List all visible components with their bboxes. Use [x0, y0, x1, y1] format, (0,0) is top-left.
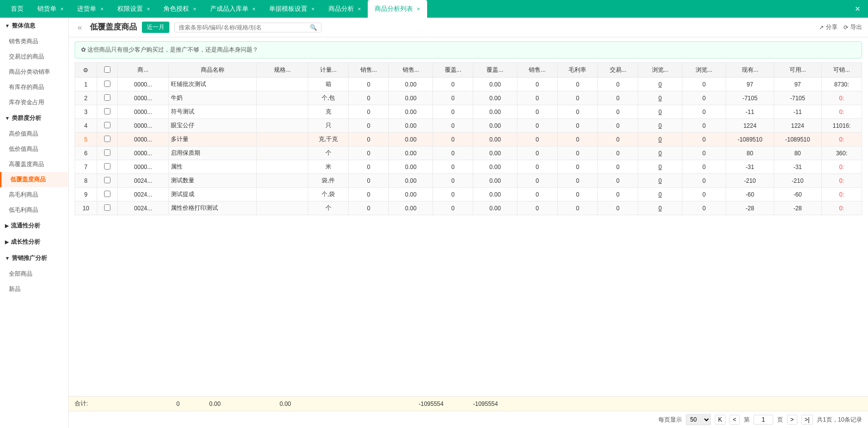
row-checkbox-cell[interactable]: [97, 91, 117, 105]
export-button[interactable]: ⟳ 导出: [843, 23, 862, 31]
row-checkbox-cell[interactable]: [97, 188, 117, 201]
transactions: 0: [598, 146, 638, 160]
nav-tab-product-in[interactable]: 产成品入库单 ×: [203, 0, 262, 18]
row-checkbox[interactable]: [104, 136, 110, 142]
product-spec: [257, 78, 308, 91]
sidebar-section-cluster[interactable]: ▼ 类群度分析: [0, 110, 68, 126]
close-icon[interactable]: ×: [60, 6, 63, 12]
row-checkbox[interactable]: [104, 163, 110, 170]
coverage1: 0: [433, 174, 473, 188]
row-checkbox-cell[interactable]: [97, 160, 117, 174]
sidebar-item-sale-products[interactable]: 销售类商品: [0, 34, 68, 49]
sidebar-section-growth[interactable]: ▶ 成长性分析: [0, 234, 68, 250]
per-page-select[interactable]: 50 20 100 200: [686, 414, 711, 425]
share-button[interactable]: ↗ 分享: [819, 23, 838, 31]
row-checkbox[interactable]: [104, 204, 110, 211]
browse1[interactable]: 0: [638, 105, 682, 119]
product-name[interactable]: 测试数量: [169, 174, 257, 188]
row-number: 1: [75, 78, 97, 91]
col-header-sale-amt: 销售...: [389, 63, 433, 78]
row-checkbox-cell[interactable]: [97, 78, 117, 91]
nav-tab-analysis-list[interactable]: 商品分析列表 ×: [368, 0, 427, 18]
row-checkbox-cell[interactable]: [97, 133, 117, 146]
browse1[interactable]: 0: [638, 146, 682, 160]
row-checkbox[interactable]: [104, 122, 110, 128]
first-page-button[interactable]: K: [715, 415, 726, 425]
table-row: 2 0000... 牛奶 个,包 0 0.00 0 0.00 0 0 0 0 0…: [75, 91, 862, 105]
row-checkbox[interactable]: [104, 191, 110, 197]
sidebar-item-all-products[interactable]: 全部商品: [0, 266, 68, 282]
nav-tab-permission[interactable]: 权限设置 ×: [110, 0, 157, 18]
row-checkbox-cell[interactable]: [97, 174, 117, 188]
row-checkbox-cell[interactable]: [97, 201, 117, 215]
nav-tab-role[interactable]: 角色授权 ×: [157, 0, 203, 18]
search-icon[interactable]: 🔍: [310, 24, 317, 31]
sidebar-section-liquidity[interactable]: ▶ 流通性分析: [0, 218, 68, 234]
close-icon[interactable]: ×: [252, 6, 255, 12]
sidebar-item-new-products[interactable]: 新品: [0, 282, 68, 297]
row-checkbox-cell[interactable]: [97, 146, 117, 160]
product-name[interactable]: 多计量: [169, 133, 257, 146]
product-name[interactable]: 牛奶: [169, 91, 257, 105]
select-all-checkbox[interactable]: [104, 66, 110, 73]
browse1[interactable]: 0: [638, 160, 682, 174]
product-code: 0000...: [117, 133, 169, 146]
prev-page-button[interactable]: <: [730, 415, 740, 425]
browse1[interactable]: 0: [638, 188, 682, 201]
settings-icon[interactable]: ⚙: [75, 63, 97, 78]
product-name[interactable]: 旺辅批次测试: [169, 78, 257, 91]
row-checkbox[interactable]: [104, 108, 110, 114]
sidebar-item-traded-products[interactable]: 交易过的商品: [0, 49, 68, 64]
close-all-button[interactable]: ×: [851, 4, 864, 14]
close-icon[interactable]: ×: [358, 6, 361, 12]
close-icon[interactable]: ×: [311, 6, 314, 12]
sidebar-item-high-margin[interactable]: 高毛利商品: [0, 187, 68, 202]
coverage1: 0: [433, 188, 473, 201]
collapse-button[interactable]: «: [75, 22, 85, 33]
browse1[interactable]: 0: [638, 119, 682, 133]
nav-tab-template[interactable]: 单据模板设置 ×: [262, 0, 321, 18]
sidebar-item-high-value[interactable]: 高价值商品: [0, 126, 68, 142]
nav-tab-purchase[interactable]: 进货单 ×: [70, 0, 110, 18]
nav-tab-home[interactable]: 首页: [4, 0, 30, 18]
row-checkbox[interactable]: [104, 94, 110, 101]
page-number-input[interactable]: [754, 415, 773, 425]
product-name[interactable]: 属性价格打印测试: [169, 201, 257, 215]
nav-tab-analysis[interactable]: 商品分析 ×: [322, 0, 368, 18]
sidebar-item-low-value[interactable]: 低价值商品: [0, 142, 68, 157]
browse1[interactable]: 0: [638, 174, 682, 188]
row-checkbox[interactable]: [104, 177, 110, 183]
select-all-header[interactable]: [97, 63, 117, 78]
browse1[interactable]: 0: [638, 78, 682, 91]
product-name[interactable]: 符号测试: [169, 105, 257, 119]
row-checkbox-cell[interactable]: [97, 119, 117, 133]
time-filter-button[interactable]: 近一月: [142, 22, 169, 33]
search-input[interactable]: [179, 24, 307, 31]
browse1[interactable]: 0: [638, 201, 682, 215]
close-icon[interactable]: ×: [417, 6, 420, 12]
product-name[interactable]: 属性: [169, 160, 257, 174]
sidebar-item-low-coverage[interactable]: 低覆盖度商品: [0, 172, 68, 187]
row-checkbox-cell[interactable]: [97, 105, 117, 119]
close-icon[interactable]: ×: [193, 6, 196, 12]
last-page-button[interactable]: >|: [801, 415, 813, 425]
product-code: 0000...: [117, 146, 169, 160]
sidebar-section-marketing[interactable]: ▼ 营销推广分析: [0, 250, 68, 266]
row-checkbox[interactable]: [104, 149, 110, 156]
close-icon[interactable]: ×: [147, 6, 150, 12]
sidebar-item-category-rate[interactable]: 商品分类动销率: [0, 64, 68, 80]
sidebar-item-low-margin[interactable]: 低毛利商品: [0, 202, 68, 218]
next-page-button[interactable]: >: [787, 415, 797, 425]
sidebar-section-overall[interactable]: ▼ 整体信息: [0, 18, 68, 34]
product-name[interactable]: 启用保质期: [169, 146, 257, 160]
row-checkbox[interactable]: [104, 81, 110, 87]
browse1[interactable]: 0: [638, 133, 682, 146]
nav-tab-sales[interactable]: 销货单 ×: [30, 0, 70, 18]
product-name[interactable]: 眼宝公仔: [169, 119, 257, 133]
sidebar-item-stock-capital[interactable]: 库存资金占用: [0, 95, 68, 110]
sidebar-item-stocked-products[interactable]: 有库存的商品: [0, 80, 68, 95]
product-name[interactable]: 测试提成: [169, 188, 257, 201]
browse1[interactable]: 0: [638, 91, 682, 105]
sidebar-item-high-coverage[interactable]: 高覆盖度商品: [0, 157, 68, 172]
close-icon[interactable]: ×: [100, 6, 103, 12]
